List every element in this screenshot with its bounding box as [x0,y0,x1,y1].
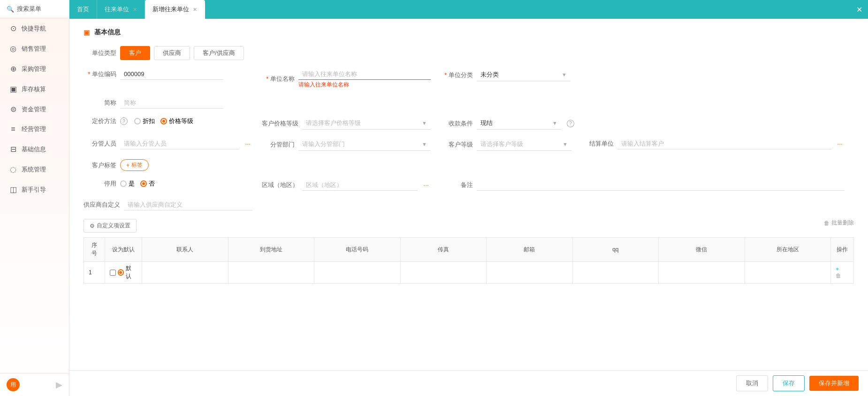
region-input[interactable] [302,179,418,191]
sidebar-item-label: 快捷导航 [22,24,46,33]
email-input[interactable] [491,269,568,276]
unit-type-label: 单位类型 [84,49,116,57]
cell-region[interactable] [745,262,831,284]
unit-btn-supplier[interactable]: 供应商 [154,46,190,60]
sidebar-item-sales[interactable]: ◎ 销售管理 [0,39,69,59]
tab-home[interactable]: 首页 [69,0,97,19]
sidebar-item-label: 销售管理 [22,45,46,53]
batch-delete-btn[interactable]: 🗑 批量删除 [824,219,854,227]
phone-input[interactable] [319,269,396,276]
settlement-more-btn[interactable]: ··· [835,140,845,148]
cancel-button[interactable]: 取消 [736,375,768,391]
basic-info-icon: ⊟ [8,145,18,154]
sidebar-item-system[interactable]: ◌ 系统管理 [0,159,69,179]
customer-price-level-select[interactable]: 请选择客户价格等级 ▼ [302,117,431,130]
cell-action: + 🗑 [831,262,854,284]
customer-level-field: 客户等级 请选择客户等级 ▼ [440,138,581,151]
payment-terms-select[interactable]: 现结 ▼ [477,117,561,130]
sidebar-item-basic-info[interactable]: ⊟ 基础信息 [0,139,69,159]
supplier-custom-input[interactable] [124,199,252,210]
radio-discount[interactable]: 折扣 [134,117,155,125]
tag-field: 客户标签 + 标签 [84,159,854,171]
sidebar-item-finance[interactable]: ⊜ 资金管理 [0,99,69,119]
unit-code-label: 单位编码 [84,70,116,78]
address-input[interactable] [233,269,310,276]
add-tag-button[interactable]: + 标签 [120,159,149,171]
sidebar-item-quick-nav[interactable]: ⊙ 快捷导航 [0,18,69,39]
department-label: 分管部门 [262,140,295,149]
contact-input[interactable] [147,269,223,276]
cell-contact[interactable] [142,262,228,284]
radio-yes-label: 是 [129,179,135,188]
section-icon: ▣ [84,29,90,36]
unit-name-input[interactable] [298,69,431,80]
department-field: 分管部门 请输入分管部门 ▼ [262,138,440,151]
remark-input[interactable] [477,179,845,191]
unit-btn-customer[interactable]: 客户 [120,46,150,60]
save-new-button[interactable]: 保存并新增 [809,376,859,391]
wechat-input[interactable] [663,269,740,276]
custom-settings-button[interactable]: ⚙ 自定义项设置 [84,219,137,233]
department-placeholder: 请输入分管部门 [302,140,422,148]
fax-input[interactable] [405,269,482,276]
unit-btn-both[interactable]: 客户/供应商 [194,46,244,60]
sidebar-expand-icon[interactable]: ▶ [56,380,62,390]
cell-fax[interactable] [400,262,487,284]
row-checkbox[interactable] [110,270,116,276]
sidebar-item-guide[interactable]: ◫ 新手引导 [0,179,69,200]
sidebar-item-label: 经营管理 [22,125,46,133]
radio-price-level[interactable]: 价格等级 [160,117,193,125]
cell-wechat[interactable] [659,262,745,284]
cell-email[interactable] [487,262,573,284]
tab-counterparty[interactable]: 往来单位 ✕ [97,0,145,19]
save-button[interactable]: 保存 [773,375,805,391]
code-name-category-row: 单位编码 单位名称 请输入往来单位名称 单位分类 未分类 ▼ [84,69,854,89]
radio-disabled-yes[interactable]: 是 [120,179,135,188]
unit-type-field: 单位类型 客户 供应商 客户/供应商 [84,46,253,60]
qq-input[interactable] [578,269,654,276]
pricing-help-icon[interactable]: ? [120,117,128,125]
customer-price-level-field: 客户价格等级 请选择客户价格等级 ▼ [262,117,440,130]
sidebar-item-purchase[interactable]: ⊕ 采购管理 [0,59,69,79]
settlement-input[interactable] [617,138,831,149]
add-tag-icon: + [126,162,129,169]
disabled-row: 停用 是 否 区域（地区） ··· 备注 [84,179,854,191]
sidebar-footer: 用 ▶ [0,373,69,396]
sidebar-search[interactable]: 🔍 搜索菜单 [0,0,69,18]
sidebar-item-operations[interactable]: ≡ 经营管理 [0,119,69,139]
sidebar-item-inventory[interactable]: ▣ 库存核算 [0,79,69,99]
radio-no-circle [140,180,147,187]
customer-price-level-label: 客户价格等级 [262,119,298,128]
unit-category-select[interactable]: 未分类 ▼ [477,69,571,81]
cell-address[interactable] [228,262,314,284]
region-more-btn[interactable]: ··· [421,181,431,189]
row-add-btn[interactable]: + [836,266,839,272]
sales-icon: ◎ [8,44,18,53]
cell-phone[interactable] [314,262,401,284]
cell-seq: 1 [84,262,105,284]
payment-terms-help-icon[interactable]: ? [567,120,574,127]
row-default-radio[interactable]: 默认 [118,264,137,280]
region-cell-input[interactable] [750,269,826,276]
manager-input[interactable] [120,138,239,149]
finance-icon: ⊜ [8,105,18,114]
department-select[interactable]: 请输入分管部门 ▼ [298,138,431,151]
manager-more-btn[interactable]: ··· [243,140,252,148]
row-delete-btn[interactable]: 🗑 [836,272,841,279]
tab-bar-close[interactable]: ✕ [856,5,868,14]
department-chevron: ▼ [422,141,427,147]
unit-category-label: 单位分类 [440,71,473,79]
radio-yes-circle [120,180,127,187]
operations-icon: ≡ [8,125,18,133]
radio-price-level-circle [160,118,167,124]
cell-qq[interactable] [572,262,659,284]
tab-new-counterparty[interactable]: 新增往来单位 ✕ [145,0,205,19]
col-fax: 传真 [400,238,487,262]
tab-counterparty-close[interactable]: ✕ [133,7,137,13]
unit-code-input[interactable] [120,69,223,80]
customer-level-select[interactable]: 请选择客户等级 ▼ [477,138,571,151]
unit-name-field: 单位名称 请输入往来单位名称 [262,69,440,89]
radio-disabled-no[interactable]: 否 [140,179,155,188]
tab-new-counterparty-close[interactable]: ✕ [193,7,197,13]
short-name-input[interactable] [120,97,223,109]
